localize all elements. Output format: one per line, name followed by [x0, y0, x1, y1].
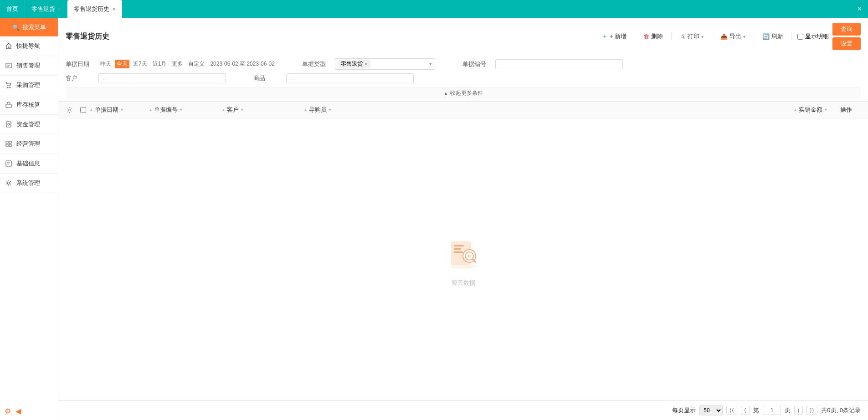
- sidebar-item-operations[interactable]: 经营管理: [0, 134, 58, 154]
- new-button[interactable]: ＋ + 新增: [599, 31, 629, 42]
- svg-point-1: [7, 87, 8, 88]
- first-page-button[interactable]: ⟨⟨: [726, 406, 737, 415]
- page-number-input[interactable]: [763, 406, 781, 415]
- show-detail-label: 显示明细: [805, 32, 829, 41]
- show-detail-checkbox[interactable]: 显示明细: [797, 32, 829, 41]
- sidebar-item-quick-nav[interactable]: 快捷导航: [0, 36, 58, 56]
- collapse-filter-button[interactable]: ▲ 收起更多条件: [66, 87, 861, 99]
- page-title-row: 零售退货历史 ＋ + 新增 🗑 删除: [66, 23, 861, 55]
- basic-info-icon: [5, 159, 13, 168]
- date-btn-1month[interactable]: 近1月: [151, 60, 169, 68]
- th-guide[interactable]: ▲ 导购员 ▼: [303, 106, 372, 114]
- th-docno[interactable]: ▲ 单据编号 ▼: [149, 106, 221, 114]
- svg-rect-16: [454, 248, 461, 250]
- action-buttons: 查询 设置: [832, 23, 861, 50]
- toolbar: ＋ + 新增 🗑 删除 🖨 打印 ▾: [599, 31, 829, 42]
- type-filter-label: 单据类型: [302, 60, 326, 68]
- sidebar-item-finance[interactable]: 资金管理: [0, 115, 58, 134]
- main-layout: 🔍 搜索菜单 快捷导航 销售管理 采购管理 库存核算: [0, 18, 868, 420]
- goods-filter-input[interactable]: [286, 73, 414, 83]
- th-amount-label: 实销金额: [799, 106, 822, 114]
- date-btn-yesterday[interactable]: 昨天: [98, 60, 113, 68]
- table-header: ▲ 单据日期 ▼ ▲ 单据编号 ▼ ▲ 客户 ▼ ▲ 导购员 ▼: [58, 101, 868, 118]
- sort-down-icon-2: ▼: [179, 108, 183, 112]
- th-guide-label: 导购员: [309, 106, 327, 114]
- collapse-sidebar-icon[interactable]: ◀: [15, 407, 21, 415]
- sidebar-item-finance-label: 资金管理: [16, 120, 40, 128]
- tab-retail-return-history-close[interactable]: ×: [112, 6, 115, 12]
- pagination: 每页显示 20 50 100 ⟨⟨ ⟨ 第 页 ⟩ ⟩⟩ 共0页, 0条记录: [58, 400, 868, 420]
- select-all-checkbox[interactable]: [80, 107, 86, 113]
- svg-rect-6: [6, 141, 8, 143]
- operations-icon: [5, 140, 13, 148]
- tab-retail-return[interactable]: 零售退货 ×: [25, 0, 67, 18]
- page-label: 第: [753, 406, 759, 415]
- sidebar-item-sales-mgmt-label: 销售管理: [16, 61, 40, 70]
- inventory-icon: [5, 101, 13, 109]
- divider-2: [671, 32, 672, 41]
- svg-point-11: [8, 182, 10, 184]
- sort-down-icon-4: ▼: [328, 108, 332, 112]
- customer-filter-input[interactable]: [98, 73, 226, 83]
- tab-retail-return-close[interactable]: ×: [58, 6, 61, 12]
- delete-button[interactable]: 🗑 删除: [641, 31, 666, 42]
- docno-filter-input[interactable]: [495, 59, 623, 69]
- th-action-label: 操作: [840, 106, 852, 114]
- type-filter-dropdown[interactable]: 零售退货 × ▾: [335, 58, 435, 70]
- page-size-label: 每页显示: [672, 406, 696, 415]
- page-size-select[interactable]: 20 50 100: [699, 405, 723, 415]
- th-amount[interactable]: ▲ 实销金额 ▼: [773, 106, 828, 114]
- empty-state: 暂无数据: [58, 118, 868, 400]
- th-date[interactable]: ▲ 单据日期 ▼: [89, 106, 149, 114]
- empty-text: 暂无数据: [452, 279, 475, 287]
- sidebar-item-basic-info[interactable]: 基础信息: [0, 154, 58, 174]
- type-tag-close[interactable]: ×: [365, 61, 368, 67]
- table-area: ▲ 单据日期 ▼ ▲ 单据编号 ▼ ▲ 客户 ▼ ▲ 导购员 ▼: [58, 101, 868, 400]
- sort-down-icon-3: ▼: [240, 108, 244, 112]
- date-btn-more[interactable]: 更多: [170, 60, 185, 68]
- next-page-button[interactable]: ⟩: [794, 406, 803, 415]
- content-area: 零售退货历史 ＋ + 新增 🗑 删除: [58, 18, 868, 420]
- refresh-button[interactable]: 🔄 刷新: [760, 31, 786, 42]
- type-tag-label: 零售退货: [341, 60, 363, 68]
- delete-icon: 🗑: [643, 33, 649, 40]
- top-close-button[interactable]: ×: [851, 5, 868, 13]
- date-btn-custom[interactable]: 自定义: [186, 60, 206, 68]
- tab-home-label: 首页: [6, 5, 18, 13]
- sidebar-item-purchase-mgmt[interactable]: 采购管理: [0, 76, 58, 95]
- tab-retail-return-history[interactable]: 零售退货历史 ×: [67, 0, 122, 18]
- date-btn-7days[interactable]: 近7天: [131, 60, 149, 68]
- docno-filter-label: 单据编号: [462, 60, 486, 68]
- sidebar-item-operations-label: 经营管理: [16, 140, 40, 148]
- sales-icon: [5, 61, 13, 70]
- dropdown-chevron-icon: ▾: [429, 61, 432, 67]
- last-page-button[interactable]: ⟩⟩: [806, 406, 817, 415]
- table-settings-icon[interactable]: [62, 107, 77, 113]
- print-button[interactable]: 🖨 打印 ▾: [677, 31, 706, 42]
- page-title: 零售退货历史: [66, 32, 109, 41]
- export-button[interactable]: 📤 导出 ▾: [718, 31, 748, 42]
- export-label: 导出: [729, 32, 741, 41]
- goods-filter-label: 商品: [253, 74, 277, 82]
- sidebar-item-inventory[interactable]: 库存核算: [0, 95, 58, 115]
- settings-bottom-icon[interactable]: ⚙: [5, 407, 11, 415]
- prev-page-button[interactable]: ⟨: [741, 406, 750, 415]
- sidebar-item-quick-nav-label: 快捷导航: [16, 42, 40, 50]
- sidebar-item-basic-info-label: 基础信息: [16, 159, 40, 168]
- tab-home[interactable]: 首页: [0, 0, 25, 18]
- th-customer[interactable]: ▲ 客户 ▼: [221, 106, 303, 114]
- setting-button[interactable]: 设置: [832, 37, 861, 50]
- finance-icon: [5, 120, 13, 128]
- date-btn-today[interactable]: 今天: [115, 60, 129, 68]
- sidebar-item-sales-mgmt[interactable]: 销售管理: [0, 56, 58, 76]
- export-icon: 📤: [720, 33, 728, 40]
- show-detail-input[interactable]: [797, 34, 803, 40]
- svg-rect-3: [6, 104, 11, 108]
- table-select-all[interactable]: [77, 107, 89, 113]
- tab-retail-return-history-label: 零售退货历史: [74, 5, 109, 13]
- sidebar-search[interactable]: 🔍 搜索菜单: [0, 18, 58, 36]
- svg-rect-10: [6, 161, 11, 166]
- sort-down-icon: ▼: [120, 108, 124, 112]
- query-button[interactable]: 查询: [832, 23, 861, 36]
- sidebar-item-system-mgmt[interactable]: 系统管理: [0, 174, 58, 193]
